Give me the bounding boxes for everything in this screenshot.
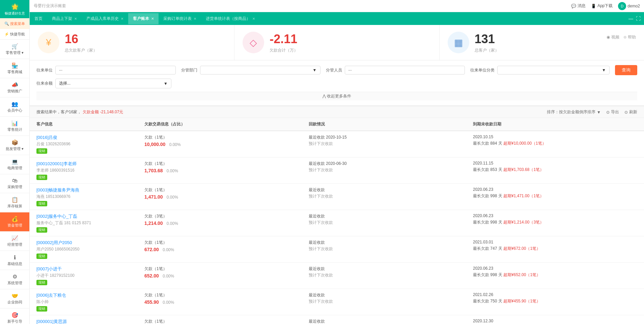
- debt-total-icon: ◇: [243, 32, 264, 53]
- customer-info-4: [0002]服务中心_丁磊 服务中心_丁磊 181 0125 8371 现销: [36, 213, 144, 233]
- tab-purchase-stats[interactable]: 采购订单统计表 ✕: [159, 13, 201, 24]
- overdue-amount-6[interactable]: 超期¥652.00（1笔）: [503, 272, 540, 277]
- sidebar-item-ecommerce[interactable]: 💻 电商管理: [0, 155, 29, 174]
- user-avatar[interactable]: D demo2: [618, 2, 640, 10]
- debt-amount-row-6: 652.00 0.00%: [144, 273, 309, 278]
- refresh-btn[interactable]: ⊙ 刷新: [624, 109, 637, 115]
- due-info-5: 2021.03.01 最长欠款 747 天 超期¥672.00（1笔）: [473, 240, 637, 252]
- tab-customer-ledger-label: 客户账本: [133, 16, 149, 22]
- avatar-icon: D: [618, 2, 626, 10]
- export-btn[interactable]: ⊙ 导出: [606, 109, 619, 115]
- filter-balance-label: 往来余额: [36, 81, 53, 86]
- tab-purchase-stats-close[interactable]: ✕: [194, 17, 196, 21]
- cust-sub-3: 海燕 18513066976: [36, 194, 144, 200]
- tab-expand-btn[interactable]: ⛶: [636, 16, 641, 21]
- sidebar-item-marketing[interactable]: 📣 营销推广: [0, 78, 29, 97]
- tab-product-listing-close[interactable]: ✕: [74, 17, 77, 21]
- sidebar-item-finance[interactable]: 💰 资金管理: [0, 212, 29, 232]
- latest-payment-4: 最近收款: [309, 213, 473, 219]
- app-download-btn[interactable]: 📱 App下载: [591, 3, 613, 9]
- sidebar-item-newbie[interactable]: 🎯 新手引导: [0, 308, 29, 324]
- sidebar-item-member[interactable]: 👥 会员中心: [0, 97, 29, 117]
- recovery-info-2: 最近收款 2020-06-30 预计下次收款: [309, 161, 473, 173]
- filter-balance-select[interactable]: 选择... ▼: [55, 79, 171, 88]
- result-actions: 排序：按欠款金额倒序排序 ▼ ⊙ 导出 ⊙ 刷新: [547, 109, 637, 115]
- overdue-amount-3[interactable]: 超期¥1,471.00（1笔）: [503, 194, 544, 198]
- debt-amount-6: 652.00: [144, 273, 159, 278]
- overdue-amount-1[interactable]: 超期¥10,000.00（1笔）: [503, 141, 546, 146]
- filter-person-input[interactable]: ···: [345, 66, 465, 75]
- sidebar-item-enterprise[interactable]: 🤝 企业协同: [0, 289, 29, 308]
- recovery-info-1: 最近收款 2020-10-15 预计下次收款: [309, 135, 473, 147]
- sidebar-item-retail-mall[interactable]: 🏪 零售商城: [0, 59, 29, 78]
- tab-customer-ledger-close[interactable]: ✕: [151, 17, 154, 21]
- sort-btn[interactable]: 排序：按欠款金额倒序排序 ▼: [547, 109, 601, 115]
- help-btn[interactable]: ⊙ 帮助: [623, 34, 636, 40]
- cust-sub-5: 用户2050 18665062050: [36, 246, 144, 252]
- tab-home[interactable]: 首页: [30, 13, 47, 24]
- cust-name-3[interactable]: [0003]畅捷服务尹海燕: [36, 187, 144, 193]
- cust-name-5[interactable]: [000002]用户2050: [36, 240, 144, 246]
- total-customers-number: 131: [475, 32, 499, 46]
- next-payment-2: 预计下次收款: [309, 167, 473, 173]
- sidebar-search-item[interactable]: 🔍 搜索菜单: [0, 18, 29, 29]
- overdue-5: 最长欠款 747 天 超期¥672.00（1笔）: [473, 246, 637, 252]
- sidebar-item-wholesale[interactable]: 📦 批发管理 ▾: [0, 136, 29, 155]
- tab-purchase-stats-label: 采购订单统计表: [163, 16, 192, 22]
- tab-product-listing[interactable]: 商品上下架 ✕: [47, 13, 82, 24]
- filter-unit-input[interactable]: ···: [55, 66, 176, 75]
- sidebar-quicknav-item[interactable]: ⚡ 快捷导航: [0, 29, 29, 40]
- user-label: demo2: [627, 4, 640, 8]
- overdue-amount-7[interactable]: 超期¥455.90（1笔）: [503, 299, 540, 303]
- due-date-7: 2021.02.26: [473, 292, 637, 297]
- sidebar-item-retail-stat[interactable]: 📊 零售统计: [0, 117, 29, 136]
- sidebar-enterprise-label: 企业协同: [7, 300, 22, 304]
- debt-amount-row-1: 10,000.00 0.00%: [144, 142, 309, 147]
- video-btn[interactable]: ◉ 视频: [607, 34, 619, 40]
- cust-name-7[interactable]: [0006]去下粮仓: [36, 292, 144, 298]
- customer-info-5: [000002]用户2050 用户2050 18665062050 现销: [36, 240, 144, 259]
- cust-tag-1: 现销: [36, 148, 47, 154]
- sidebar-item-purchase[interactable]: 🛍 采购管理: [0, 174, 29, 193]
- tab-collapse-btn[interactable]: —: [628, 16, 633, 21]
- search-button[interactable]: 查询: [615, 65, 637, 75]
- purchase-icon: 🛍: [1, 178, 28, 184]
- cust-name-8[interactable]: [000001]黄思源: [36, 319, 144, 324]
- tab-product-history[interactable]: 产成品入库单历史 ✕: [82, 13, 128, 24]
- sidebar-item-retail-mgmt[interactable]: 🛒 零售管理 ▾: [0, 40, 29, 59]
- filter-category-select[interactable]: ▼: [497, 66, 610, 75]
- sidebar: 🌟 畅捷通好生意 🔍 搜索菜单 ⚡ 快捷导航 🛒 零售管理 ▾ 🏪 零售商城 📣…: [0, 0, 30, 324]
- cust-name-2[interactable]: [0001020001]李老师: [36, 161, 144, 167]
- filter-dept-select[interactable]: ▼: [200, 66, 320, 75]
- debt-count-7: 欠款（1笔）: [144, 292, 309, 298]
- tab-customer-ledger[interactable]: 客户账本 ✕: [128, 13, 159, 24]
- tab-inbound-stats-close[interactable]: ✕: [252, 17, 255, 21]
- cust-name-6[interactable]: [0007]小进干: [36, 266, 144, 272]
- recovery-info-7: 最近收款 预计下次收款: [309, 292, 473, 304]
- debt-info-5: 欠款（1笔） 672.00 0.00%: [144, 240, 309, 252]
- cust-name-1[interactable]: [0016]吕俊: [36, 135, 144, 141]
- filter-dept-label: 分管部门: [181, 67, 197, 73]
- cust-sub-2: 李老师 18600391516: [36, 168, 144, 173]
- debt-info-7: 欠款（1笔） 455.90 0.00%: [144, 292, 309, 305]
- collapse-bar[interactable]: ⋀ 收起更多条件: [36, 92, 637, 100]
- tab-product-history-close[interactable]: ✕: [121, 17, 123, 21]
- sidebar-item-system[interactable]: ⚙ 系统管理: [0, 270, 29, 289]
- debtors-info: 16 总欠款客户（家）: [65, 32, 97, 53]
- overdue-amount-5[interactable]: 超期¥672.00（1笔）: [503, 246, 540, 251]
- table-row: [0001020001]李老师 李老师 18600391516 现销 欠款（1笔…: [30, 157, 644, 184]
- overdue-amount-2[interactable]: 超期¥1,703.68（1笔）: [503, 167, 544, 172]
- overdue-amount-4[interactable]: 超期¥1,214.00（3笔）: [503, 220, 544, 225]
- sidebar-ecommerce-label: 电商管理: [7, 166, 22, 170]
- sidebar-item-operation[interactable]: 📈 经营管理: [0, 232, 29, 251]
- retail-stat-icon: 📊: [1, 120, 28, 126]
- content-area: ¥ 16 总欠款客户（家） ◇ -2.11 欠款合计（万） ▦ 131 总客户（…: [30, 25, 644, 324]
- export-icon: ⊙: [606, 110, 610, 115]
- debt-percent-2: 0.00%: [167, 169, 178, 173]
- tab-inbound-stats[interactable]: 进货单统计表（按商品） ✕: [201, 13, 260, 24]
- sidebar-item-inventory[interactable]: 📋 库存核算: [0, 193, 29, 212]
- filter-dept: 分管部门 ▼: [181, 66, 320, 75]
- message-btn[interactable]: 💬 消息: [571, 3, 586, 9]
- sidebar-item-basic[interactable]: ℹ 基础信息: [0, 251, 29, 270]
- cust-name-4[interactable]: [0002]服务中心_丁磊: [36, 213, 144, 219]
